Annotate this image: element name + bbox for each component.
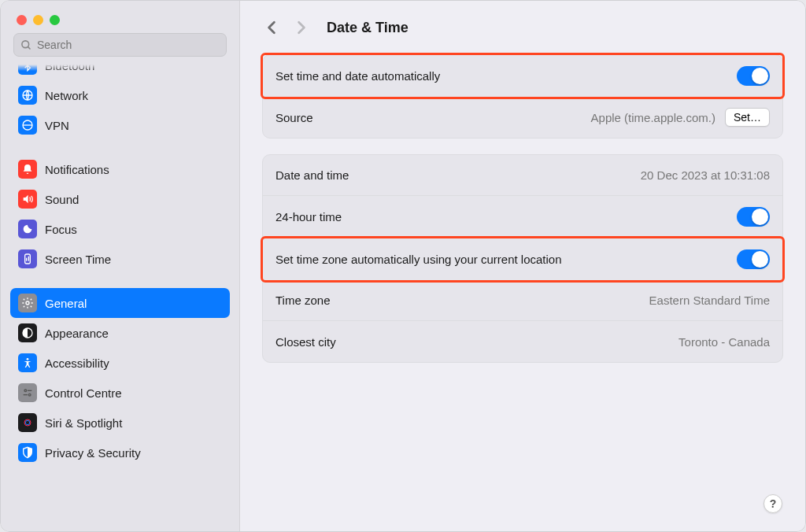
sidebar-item-vpn[interactable]: VPN xyxy=(10,110,230,140)
svg-point-9 xyxy=(27,358,29,360)
notifications-icon xyxy=(18,160,37,179)
sidebar-item-focus[interactable]: Focus xyxy=(10,214,230,244)
sidebar-item-network[interactable]: Network xyxy=(10,80,230,110)
appearance-icon xyxy=(18,323,37,342)
sidebar-item-label: Control Centre xyxy=(45,386,122,400)
minimize-window-button[interactable] xyxy=(33,15,43,25)
row-source: Source Apple (time.apple.com.) Set… xyxy=(263,97,782,138)
general-icon xyxy=(18,294,37,312)
sidebar-item-label: Accessibility xyxy=(45,357,109,370)
row-timezone: Time zone Eastern Standard Time xyxy=(263,280,782,321)
controlcentre-icon xyxy=(18,383,37,402)
sidebar-item-accessibility[interactable]: Accessibility xyxy=(10,348,230,378)
vpn-icon xyxy=(18,116,37,135)
settings-group-1: Set time and date automatically Source A… xyxy=(262,54,783,139)
sidebar-item-label: Sound xyxy=(45,193,79,206)
privacy-icon xyxy=(18,443,37,462)
accessibility-icon xyxy=(18,353,37,372)
sidebar-item-label: Bluetooth xyxy=(45,65,94,72)
sidebar-item-sound[interactable]: Sound xyxy=(10,184,230,214)
close-window-button[interactable] xyxy=(17,15,27,25)
back-button[interactable] xyxy=(262,18,281,37)
row-auto-timezone: Set time zone automatically using your c… xyxy=(263,238,782,280)
sidebar-item-bluetooth[interactable]: Bluetooth xyxy=(10,65,230,80)
header: Date & Time xyxy=(240,1,805,51)
sidebar-item-general[interactable]: General xyxy=(10,288,230,318)
sidebar-item-privacy-security[interactable]: Privacy & Security xyxy=(10,438,230,467)
settings-group-2: Date and time 20 Dec 2023 at 10:31:08 24… xyxy=(262,154,783,363)
sidebar-item-label: VPN xyxy=(45,119,69,132)
svg-rect-6 xyxy=(28,257,29,261)
sidebar-item-label: Network xyxy=(45,89,88,102)
sidebar-item-label: Notifications xyxy=(45,163,109,176)
sidebar-item-control-centre[interactable]: Control Centre xyxy=(10,378,230,408)
screentime-icon xyxy=(18,249,37,268)
toggle-24hour[interactable] xyxy=(737,207,770,227)
sidebar-item-label: Siri & Spotlight xyxy=(45,416,122,430)
sidebar-item-appearance[interactable]: Appearance xyxy=(10,318,230,348)
bluetooth-icon xyxy=(18,65,37,75)
focus-icon xyxy=(18,220,37,238)
svg-point-14 xyxy=(22,417,32,427)
row-auto-time: Set time and date automatically xyxy=(263,55,782,97)
svg-point-12 xyxy=(28,393,31,396)
svg-line-1 xyxy=(28,46,30,49)
traffic-lights xyxy=(1,1,239,33)
forward-button xyxy=(292,18,311,37)
sidebar-item-label: Focus xyxy=(45,223,77,236)
search-icon xyxy=(20,39,32,51)
svg-rect-4 xyxy=(25,254,31,264)
sidebar-item-label: General xyxy=(45,297,87,310)
sidebar-nav[interactable]: BluetoothNetworkVPNNotificationsSoundFoc… xyxy=(1,65,239,531)
page-title: Date & Time xyxy=(327,20,409,36)
sidebar-item-label: Screen Time xyxy=(45,253,111,266)
help-button[interactable]: ? xyxy=(763,494,782,513)
maximize-window-button[interactable] xyxy=(50,15,60,25)
sidebar: BluetoothNetworkVPNNotificationsSoundFoc… xyxy=(1,1,240,531)
sidebar-item-label: Privacy & Security xyxy=(45,446,141,460)
sidebar-item-notifications[interactable]: Notifications xyxy=(10,154,230,184)
row-date-time: Date and time 20 Dec 2023 at 10:31:08 xyxy=(263,155,782,196)
sidebar-item-screen-time[interactable]: Screen Time xyxy=(10,244,230,274)
search-input[interactable] xyxy=(13,33,227,57)
toggle-auto-timezone[interactable] xyxy=(737,249,770,269)
toggle-auto-time[interactable] xyxy=(737,66,770,86)
sidebar-item-label: Appearance xyxy=(45,327,109,340)
main-panel: Date & Time Set time and date automatica… xyxy=(240,1,805,531)
row-24hour: 24-hour time xyxy=(263,196,782,238)
svg-rect-5 xyxy=(26,258,27,261)
sound-icon xyxy=(18,190,37,209)
network-icon xyxy=(18,86,37,105)
svg-point-0 xyxy=(22,40,29,47)
svg-point-7 xyxy=(26,301,29,305)
row-closest-city: Closest city Toronto - Canada xyxy=(263,321,782,362)
sidebar-item-siri-spotlight[interactable]: Siri & Spotlight xyxy=(10,408,230,438)
siri-icon xyxy=(18,413,37,432)
set-source-button[interactable]: Set… xyxy=(725,108,770,127)
svg-point-10 xyxy=(24,390,27,392)
